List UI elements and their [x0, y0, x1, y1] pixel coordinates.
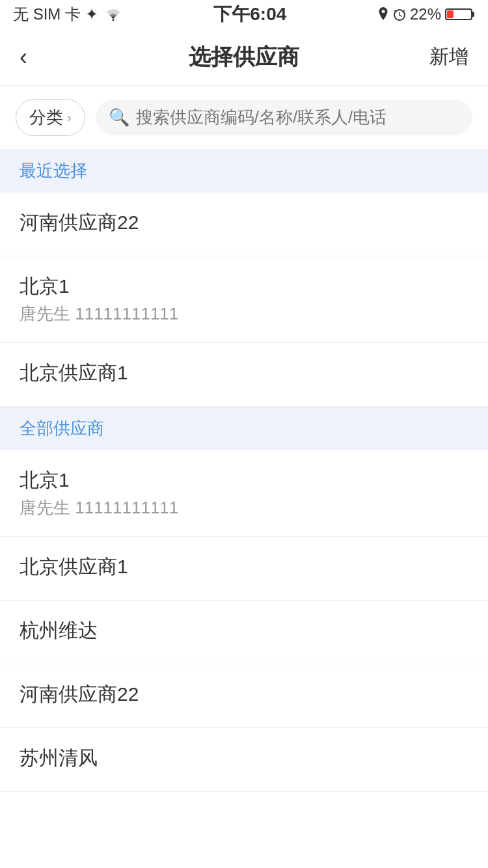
list-item[interactable]: 杭州维达: [0, 601, 488, 664]
battery-icon: [445, 7, 475, 21]
search-icon: 🔍: [109, 107, 129, 128]
category-label: 分类: [29, 106, 63, 129]
no-sim-text: 无 SIM 卡 ✦: [13, 4, 98, 25]
list-item[interactable]: 苏州清风: [0, 728, 488, 792]
alarm-icon: [393, 7, 406, 21]
svg-rect-3: [472, 12, 474, 17]
item-name: 北京1: [20, 273, 468, 300]
item-name: 苏州清风: [20, 745, 468, 772]
status-right: 22%: [377, 5, 475, 23]
svg-point-0: [112, 19, 114, 21]
item-name: 河南供应商22: [20, 210, 468, 236]
page-title: 选择供应商: [189, 42, 299, 72]
category-button[interactable]: 分类 ›: [16, 99, 85, 136]
list-item[interactable]: 北京1唐先生 11111111111: [0, 256, 488, 343]
all-section-header: 全部供应商: [0, 407, 488, 450]
list-item[interactable]: 河南供应商22: [0, 193, 488, 256]
recent-section-label: 最近选择: [20, 161, 87, 180]
battery-text: 22%: [410, 5, 441, 23]
search-bar: 分类 › 🔍: [0, 86, 488, 149]
list-item[interactable]: 北京1唐先生 11111111111: [0, 450, 488, 537]
wifi-icon: [103, 7, 123, 21]
item-name: 河南供应商22: [20, 681, 468, 708]
location-icon: [377, 7, 389, 21]
search-input[interactable]: [136, 107, 459, 128]
status-left: 无 SIM 卡 ✦: [13, 4, 123, 25]
item-name: 北京供应商1: [20, 554, 468, 580]
back-button[interactable]: ‹: [20, 44, 59, 71]
item-sub: 唐先生 11111111111: [20, 496, 468, 519]
add-button[interactable]: 新增: [429, 44, 468, 70]
nav-bar: ‹ 选择供应商 新增: [0, 29, 488, 86]
item-name: 北京供应商1: [20, 360, 468, 387]
list-item[interactable]: 北京供应商1: [0, 537, 488, 601]
all-list: 北京1唐先生 11111111111北京供应商1杭州维达河南供应商22苏州清风: [0, 450, 488, 792]
item-sub: 唐先生 11111111111: [20, 303, 468, 325]
status-bar: 无 SIM 卡 ✦ 下午6:04 22%: [0, 0, 488, 29]
all-section-label: 全部供应商: [20, 418, 104, 438]
item-name: 杭州维达: [20, 617, 468, 644]
recent-section-header: 最近选择: [0, 149, 488, 193]
search-input-wrap: 🔍: [96, 100, 472, 135]
list-item[interactable]: 北京供应商1: [0, 343, 488, 407]
status-time: 下午6:04: [213, 2, 286, 27]
list-item[interactable]: 河南供应商22: [0, 664, 488, 728]
chevron-right-icon: ›: [67, 110, 72, 125]
recent-list: 河南供应商22北京1唐先生 11111111111北京供应商1: [0, 193, 488, 407]
item-name: 北京1: [20, 467, 468, 494]
svg-rect-4: [447, 10, 454, 18]
